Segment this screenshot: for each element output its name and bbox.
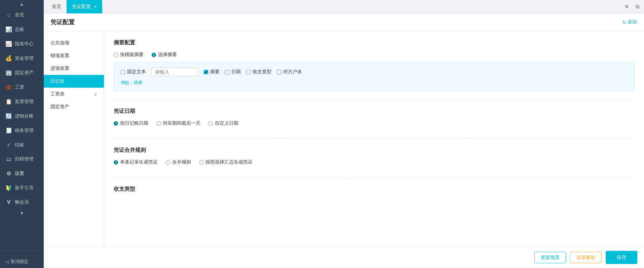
sidebar-unpin-button[interactable]: ◁ 取消固定: [0, 255, 44, 268]
left-nav-label: 销项发票: [50, 53, 69, 59]
window-close-button[interactable]: ✕: [622, 2, 631, 11]
refresh-button[interactable]: ↻ 刷新: [622, 19, 637, 25]
left-nav-journal[interactable]: 日记账: [44, 75, 104, 88]
summary-template-option[interactable]: 按模版摘要: [114, 52, 144, 58]
sidebar-item-label: 结账: [15, 142, 24, 148]
custom-date-option[interactable]: 自定义日期: [209, 120, 238, 126]
summary-select-option[interactable]: 选择摘要: [152, 52, 177, 58]
sidebar-item-label: 首页: [15, 12, 24, 18]
sidebar-item-guide[interactable]: 🔰 新手引导: [0, 181, 44, 195]
save-button[interactable]: 保存: [606, 251, 637, 264]
sidebar-item-settings[interactable]: ⚙ 设置: [0, 166, 44, 181]
home-icon: ⌂: [5, 12, 12, 18]
merge-rules-option[interactable]: 合并规则: [166, 159, 191, 165]
tab-close-icon[interactable]: ✕: [93, 4, 97, 9]
custom-date-radio[interactable]: [209, 121, 213, 126]
left-nav-sales-invoice[interactable]: 销项发票: [44, 49, 104, 62]
sidebar-item-label: 工资: [15, 84, 24, 90]
update-preset-button[interactable]: 更新预置: [534, 252, 566, 263]
date-checkbox[interactable]: [225, 70, 229, 74]
left-nav-purchase-invoice[interactable]: 进项发票: [44, 62, 104, 75]
batch-delete-button[interactable]: 批量删除: [570, 252, 602, 263]
sidebar-item-label: 归档管理: [15, 156, 34, 162]
tab-home-label: 首页: [52, 4, 61, 10]
fixed-assets-icon: 🏢: [5, 70, 12, 76]
counterpart-checkbox[interactable]: [277, 70, 281, 74]
sidebar-item-label: 资金管理: [15, 55, 34, 61]
abstract-checkbox[interactable]: [204, 70, 208, 74]
counterpart-option[interactable]: 对方户名: [277, 69, 302, 75]
tab-voucher-config-label: 凭证配置: [72, 4, 91, 10]
sidebar-item-fixed-assets[interactable]: 🏢 固定资产: [0, 65, 44, 80]
sidebar-item-archive[interactable]: 🗂 归档管理: [0, 152, 44, 166]
page-header: 凭证配置 ↻ 刷新: [44, 13, 644, 31]
content-layout: 公共选项 销项发票 进项发票 日记账 工资表 ∨ 固定资产: [44, 31, 644, 247]
tab-bar-actions: ✕ ⧉: [622, 2, 641, 11]
sidebar-item-settlement[interactable]: ✓ 结账: [0, 138, 44, 152]
by-journal-date-label: 按日记账日期: [120, 120, 148, 126]
last-day-radio[interactable]: [156, 121, 161, 126]
sidebar-item-salary[interactable]: 💼 工资: [0, 80, 44, 94]
sidebar-item-label: 税务管理: [15, 128, 34, 134]
sidebar-item-label: 进销台账: [15, 113, 34, 119]
left-nav-public-options[interactable]: 公共选项: [44, 37, 104, 49]
merge-rules-title: 凭证合并规则: [114, 147, 635, 154]
income-type-checkbox[interactable]: [246, 70, 251, 74]
single-record-radio[interactable]: [114, 160, 118, 165]
voucher-date-title: 凭证日期: [114, 108, 635, 115]
merge-rules-label: 合并规则: [172, 159, 191, 165]
left-nav-label: 公共选项: [50, 40, 69, 46]
sidebar-item-vip[interactable]: V 畅会员: [0, 195, 44, 209]
tab-home[interactable]: 首页: [46, 0, 67, 13]
sidebar-scroll-down[interactable]: ▼: [0, 209, 44, 217]
single-record-option[interactable]: 单条记录生成凭证: [114, 159, 158, 165]
sidebar-item-funds[interactable]: 💰 资金管理: [0, 51, 44, 65]
sidebar-item-label: 报表中心: [15, 41, 34, 47]
left-nav-payroll[interactable]: 工资表 ∨: [44, 88, 104, 100]
unpin-label: 取消固定: [11, 259, 28, 265]
select-merge-label: 按照选择汇总生成凭证: [205, 159, 253, 165]
sidebar-item-tax[interactable]: 🧾 税务管理: [0, 123, 44, 138]
income-type-option[interactable]: 收支类型: [246, 69, 271, 75]
pin-icon: ◁: [5, 259, 9, 264]
summary-template-radio[interactable]: [114, 53, 118, 57]
abstract-option[interactable]: 摘要: [204, 69, 220, 75]
income-type-section: 收支类型: [114, 186, 635, 206]
voucher-date-options-row: 按日记账日期 对应期间最后一天 自定义日期: [114, 120, 635, 126]
last-day-option[interactable]: 对应期间最后一天: [156, 120, 200, 126]
income-type-section-title: 收支类型: [114, 186, 635, 193]
sidebar-scroll-up[interactable]: ▲: [0, 0, 44, 8]
select-merge-option[interactable]: 按照选择汇总生成凭证: [199, 159, 253, 165]
fixed-text-input[interactable]: [151, 68, 198, 76]
sidebar-item-label: 设置: [15, 171, 24, 177]
date-option[interactable]: 日期: [225, 69, 241, 75]
by-journal-date-option[interactable]: 按日记账日期: [114, 120, 148, 126]
sidebar-item-ledger[interactable]: 📊 总账: [0, 22, 44, 37]
custom-date-label: 自定义日期: [215, 120, 238, 126]
refresh-label: 刷新: [628, 19, 637, 25]
guide-icon: 🔰: [5, 185, 12, 191]
sidebar-item-home[interactable]: ⌂ 首页: [0, 8, 44, 22]
fixed-text-option[interactable]: 固定文本: [121, 69, 146, 75]
invoice-icon: 📋: [5, 98, 12, 105]
settings-icon: ⚙: [5, 170, 12, 177]
left-nav: 公共选项 销项发票 进项发票 日记账 工资表 ∨ 固定资产: [44, 31, 104, 247]
window-restore-button[interactable]: ⧉: [634, 2, 641, 11]
income-type-label: 收支类型: [253, 69, 271, 75]
salary-icon: 💼: [5, 84, 12, 90]
summary-template-label: 按模版摘要: [120, 52, 144, 58]
tab-bar: 首页 凭证配置 ✕ ✕ ⧉: [44, 0, 644, 13]
sidebar-item-invoice-mgmt[interactable]: 📋 发票管理: [0, 94, 44, 109]
select-merge-radio[interactable]: [199, 160, 203, 165]
fixed-text-checkbox[interactable]: [121, 70, 125, 74]
sidebar-item-label: 固定资产: [15, 70, 34, 76]
by-journal-date-radio[interactable]: [114, 121, 118, 126]
sidebar-item-purchase-sales[interactable]: 🔄 进销台账: [0, 109, 44, 123]
voucher-date-section: 凭证日期 按日记账日期 对应期间最后一天 自定义日期: [114, 108, 635, 139]
left-nav-fixed-assets[interactable]: 固定资产: [44, 100, 104, 113]
merge-rules-radio[interactable]: [166, 160, 170, 165]
tab-voucher-config[interactable]: 凭证配置 ✕: [67, 0, 102, 13]
sidebar-item-reports[interactable]: 📈 报表中心: [0, 37, 44, 51]
single-record-label: 单条记录生成凭证: [120, 159, 158, 165]
summary-select-radio[interactable]: [152, 53, 156, 57]
